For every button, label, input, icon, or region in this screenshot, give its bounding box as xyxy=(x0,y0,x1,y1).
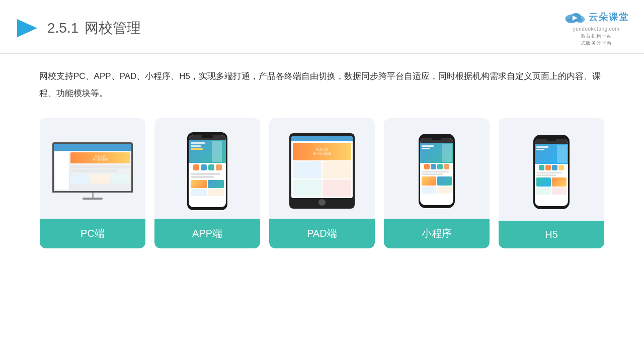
phone-screen xyxy=(189,135,226,207)
header-left: 2.5.1 网校管理 xyxy=(15,16,143,40)
page-title-prefix: 2.5.1 xyxy=(47,20,78,36)
card-h5-label: H5 xyxy=(499,221,604,248)
h5-phone-mockup xyxy=(533,135,570,209)
miniapp-phone-mockup xyxy=(419,134,455,208)
h5-phone-notch xyxy=(547,139,556,141)
phone-small-screen xyxy=(420,138,453,205)
card-h5-image xyxy=(499,118,604,221)
card-miniapp-image xyxy=(384,118,490,219)
card-app-image xyxy=(154,118,260,219)
card-app-label: APP端 xyxy=(154,219,260,248)
card-app: APP端 xyxy=(154,118,260,248)
phone-small-notch xyxy=(432,138,441,140)
logo-text: 云朵课堂 xyxy=(589,11,629,23)
card-h5: H5 xyxy=(499,118,604,248)
cards-container: 职达人的第一堂兴趣课 xyxy=(0,102,644,248)
logo-url: yunduoketang.com xyxy=(573,26,620,32)
play-icon xyxy=(15,16,39,40)
card-miniapp-label: 小程序 xyxy=(384,219,490,248)
card-pc-label: PC端 xyxy=(40,219,145,248)
tablet-mockup: 职达人的第一堂兴趣课 xyxy=(289,133,355,209)
app-phone-mockup xyxy=(187,132,227,210)
description-paragraph: 网校支持PC、APP、PAD、小程序、H5，实现多端打通，产品各终端自由切换，数… xyxy=(39,68,605,102)
logo-sub: 教育机构一站式服务云平台 xyxy=(581,33,612,47)
card-pad-label: PAD端 xyxy=(269,219,375,248)
pc-mockup: 职达人的第一堂兴趣课 xyxy=(50,142,135,200)
card-miniapp: 小程序 xyxy=(384,118,490,248)
h5-phone-screen xyxy=(535,139,568,206)
logo-area: 云朵课堂 yunduoketang.com 教育机构一站式服务云平台 xyxy=(564,9,629,47)
card-pc-image: 职达人的第一堂兴趣课 xyxy=(40,118,145,219)
description-text: 网校支持PC、APP、PAD、小程序、H5，实现多端打通，产品各终端自由切换，数… xyxy=(0,54,644,102)
tablet-screen: 职达人的第一堂兴趣课 xyxy=(291,136,353,198)
logo-cloud: 云朵课堂 xyxy=(564,9,629,25)
logo-icon xyxy=(564,9,586,25)
card-pad-image: 职达人的第一堂兴趣课 xyxy=(269,118,375,219)
svg-marker-0 xyxy=(17,19,37,37)
card-pad: 职达人的第一堂兴趣课 PAD端 xyxy=(269,118,375,248)
page-title: 2.5.1 网校管理 xyxy=(47,19,143,38)
pc-screen: 职达人的第一堂兴趣课 xyxy=(52,142,133,193)
page-title-main: 网校管理 xyxy=(85,20,141,36)
card-pc: 职达人的第一堂兴趣课 xyxy=(40,118,145,248)
phone-notch xyxy=(202,135,213,138)
header: 2.5.1 网校管理 云朵课堂 yunduoketang.com 教育机构一站式… xyxy=(0,0,644,54)
